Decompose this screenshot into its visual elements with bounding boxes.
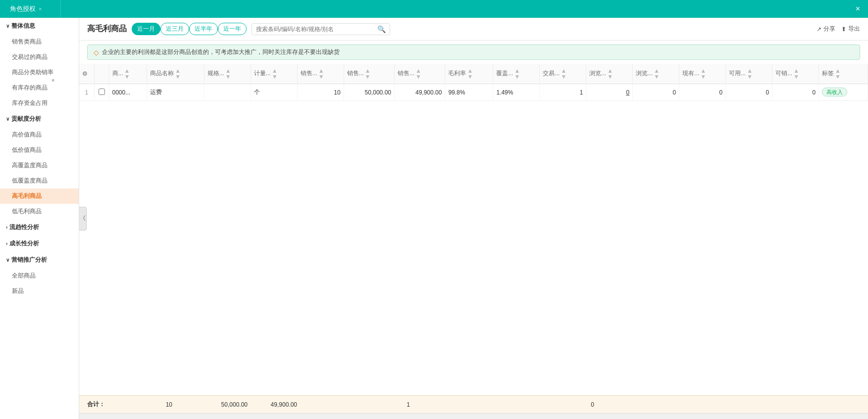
cell-transactions: 1 xyxy=(540,84,586,101)
collapse-icon: 《 xyxy=(80,214,86,223)
row-checkbox[interactable] xyxy=(99,89,105,95)
col-sort-coverage[interactable]: ▲▼ xyxy=(514,68,520,80)
cell-checkbox[interactable] xyxy=(94,84,109,101)
search-icon[interactable]: 🔍 xyxy=(377,25,386,33)
sidebar-group-header-0[interactable]: ∨整体信息 xyxy=(0,18,79,34)
search-input[interactable] xyxy=(256,26,377,33)
table-body: 10000...运费个1050,000.0049,900.0099.8%1.49… xyxy=(79,84,868,101)
filter-btn-3[interactable]: 近一年 xyxy=(218,23,247,35)
group-label-3: 成长性分析 xyxy=(9,239,39,248)
sidebar-group-header-2[interactable]: ›流趋性分析 xyxy=(0,219,79,235)
sidebar-item-1-3[interactable]: 低覆盖度商品 xyxy=(0,173,79,188)
footer-sales-amount: 50,000.00 xyxy=(202,401,252,408)
sidebar-group-header-4[interactable]: ∨营销推广分析 xyxy=(0,252,79,268)
header-actions: ↗ 分享 ⬆ 导出 xyxy=(817,25,860,33)
export-button[interactable]: ⬆ 导出 xyxy=(841,25,860,33)
sidebar-item-4-0[interactable]: 全部商品 xyxy=(0,268,79,283)
sidebar-item-1-5[interactable]: 低毛利商品 xyxy=(0,204,79,219)
col-header-coverage[interactable]: 覆盖...▲▼ xyxy=(493,64,540,84)
col-sort-available[interactable]: ▲▼ xyxy=(747,68,753,80)
sidebar-item-0-3[interactable]: 有库存的商品 xyxy=(0,80,79,95)
sidebar-item-1-0[interactable]: 高价值商品 xyxy=(0,127,79,142)
col-label-transactions: 交易... xyxy=(543,70,560,77)
col-label-sales_amount: 销售... xyxy=(347,70,364,77)
sidebar-item-1-1[interactable]: 低价值商品 xyxy=(0,142,79,158)
col-sort-name[interactable]: ▲▼ xyxy=(175,68,181,80)
close-tab-analysis[interactable]: × xyxy=(39,59,42,65)
info-banner: ◇ 企业的主要的利润都是这部分商品创造的，可考虑加大推广，同时关注库存是不要出现… xyxy=(87,45,860,60)
footer-empty1 xyxy=(301,401,360,408)
sidebar-group-header-1[interactable]: ∨贡献度分析 xyxy=(0,111,79,127)
col-sort-unit[interactable]: ▲▼ xyxy=(272,68,278,80)
sidebar-item-4-1[interactable]: 新品 xyxy=(0,283,79,299)
col-sort-current_stock[interactable]: ▲▼ xyxy=(700,68,706,80)
page-title: 高毛利商品 xyxy=(87,24,127,34)
col-label-available: 可用... xyxy=(729,70,746,77)
filter-btn-0[interactable]: 近一月 xyxy=(132,23,160,35)
col-sort-saleable[interactable]: ▲▼ xyxy=(793,68,799,80)
col-header-sales_amount[interactable]: 销售...▲▼ xyxy=(344,64,394,84)
col-label-sales_profit: 销售... xyxy=(398,70,414,77)
col-header-gross_margin[interactable]: 毛利率▲▼ xyxy=(445,64,493,84)
col-header-tag[interactable]: 标签▲▼ xyxy=(819,64,868,84)
close-tab-finished[interactable]: × xyxy=(51,24,54,30)
footer-label: 合计： xyxy=(87,400,105,409)
col-sort-spec[interactable]: ▲▼ xyxy=(225,68,231,80)
col-sort-code[interactable]: ▲▼ xyxy=(124,68,130,80)
close-tab-analysis-list[interactable]: × xyxy=(51,77,54,83)
share-button[interactable]: ↗ 分享 xyxy=(817,25,835,33)
footer-browse1 xyxy=(420,401,469,408)
col-label-name: 商品名称 xyxy=(150,70,174,77)
close-all-button[interactable]: × xyxy=(852,4,864,13)
col-header-unit[interactable]: 计量...▲▼ xyxy=(251,64,297,84)
sidebar-item-0-0[interactable]: 销售类商品 xyxy=(0,34,79,49)
col-header-available[interactable]: 可用...▲▼ xyxy=(726,64,772,84)
col-header-name[interactable]: 商品名称▲▼ xyxy=(147,64,204,84)
col-label-saleable: 可销... xyxy=(775,70,792,77)
close-tab-roles[interactable]: × xyxy=(39,6,42,12)
col-label-current_stock: 现有... xyxy=(682,70,699,77)
col-header-current_stock[interactable]: 现有...▲▼ xyxy=(679,64,726,84)
gear-column-header[interactable]: ⚙ xyxy=(79,64,94,84)
col-sort-sales_amount[interactable]: ▲▼ xyxy=(365,68,371,80)
browse-link[interactable]: 0 xyxy=(626,89,630,96)
col-label-coverage: 覆盖... xyxy=(496,70,513,77)
col-header-sales_qty[interactable]: 销售...▲▼ xyxy=(297,64,344,84)
col-sort-transactions[interactable]: ▲▼ xyxy=(561,68,566,80)
footer-transactions: 1 xyxy=(360,401,420,408)
filter-btn-1[interactable]: 近三月 xyxy=(160,23,189,35)
col-header-spec[interactable]: 规格...▲▼ xyxy=(204,64,251,84)
cell-spec xyxy=(204,84,251,101)
cell-sales_qty: 10 xyxy=(297,84,344,101)
checkbox-column-header xyxy=(94,64,109,84)
sidebar-collapse-button[interactable]: 《 xyxy=(79,207,87,231)
col-header-browse1[interactable]: 浏览...▲▼ xyxy=(586,64,633,84)
col-sort-tag[interactable]: ▲▼ xyxy=(835,68,841,80)
content-area: 《 高毛利商品 近一月近三月近半年近一年 🔍 ↗ 分享 ⬆ 导出 xyxy=(79,18,868,419)
horizontal-scrollbar[interactable] xyxy=(79,413,868,419)
cell-name: 运费 xyxy=(147,84,204,101)
search-box[interactable]: 🔍 xyxy=(252,23,390,35)
col-sort-browse2[interactable]: ▲▼ xyxy=(654,68,660,80)
nav-tab-roles[interactable]: 角色授权× xyxy=(4,0,61,18)
footer-sales-profit: 49,900.00 xyxy=(252,401,301,408)
filter-btn-2[interactable]: 近半年 xyxy=(189,23,218,35)
sidebar-group-header-3[interactable]: ›成长性分析 xyxy=(0,235,79,252)
col-header-browse2[interactable]: 浏览...▲▼ xyxy=(633,64,679,84)
cell-sales_profit: 49,900.00 xyxy=(394,84,445,101)
col-sort-sales_profit[interactable]: ▲▼ xyxy=(415,68,421,80)
col-header-saleable[interactable]: 可销...▲▼ xyxy=(772,64,819,84)
sidebar-item-1-2[interactable]: 高覆盖度商品 xyxy=(0,158,79,173)
close-tab-template[interactable]: × xyxy=(51,42,54,47)
sidebar-item-0-2[interactable]: 商品分类助销率 xyxy=(0,65,79,80)
col-label-spec: 规格... xyxy=(207,70,224,77)
gear-icon[interactable]: ⚙ xyxy=(82,70,88,77)
col-sort-sales_qty[interactable]: ▲▼ xyxy=(318,68,324,80)
col-sort-browse1[interactable]: ▲▼ xyxy=(607,68,613,80)
col-header-code[interactable]: 商...▲▼ xyxy=(109,64,147,84)
col-sort-gross_margin[interactable]: ▲▼ xyxy=(467,68,473,80)
col-header-transactions[interactable]: 交易...▲▼ xyxy=(540,64,586,84)
sidebar-item-0-4[interactable]: 库存资金占用 xyxy=(0,95,79,111)
col-header-sales_profit[interactable]: 销售...▲▼ xyxy=(394,64,445,84)
sidebar-item-1-4[interactable]: 高毛利商品 xyxy=(0,188,79,204)
